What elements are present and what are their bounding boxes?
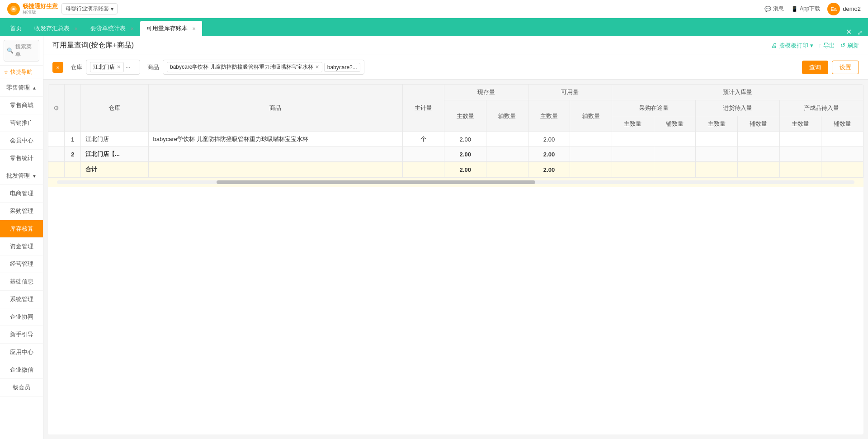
tab-receive-summary-label: 收发存汇总表 xyxy=(34,24,70,33)
tab-home[interactable]: 首页 xyxy=(4,21,28,36)
sidebar-label-member-center: 会员中心 xyxy=(10,137,33,145)
group-cell-current-aux xyxy=(486,147,528,162)
version-badge: 标准版 xyxy=(23,9,58,15)
refresh-label: 刷新 xyxy=(847,42,859,50)
sidebar-item-app-center[interactable]: 应用中心 xyxy=(0,344,43,361)
sidebar-item-retail-mgmt[interactable]: 零售管理 ▲ xyxy=(0,79,43,97)
content-area: 可用量查询(按仓库+商品) 🖨 按模板打印 ▾ ↑ 导出 ↺ 刷新 xyxy=(43,36,868,439)
sidebar-item-marketing[interactable]: 营销推广 xyxy=(0,114,43,132)
sidebar-item-cooperation[interactable]: 企业协同 xyxy=(0,308,43,326)
sidebar-item-ecommerce[interactable]: 电商管理 xyxy=(0,185,43,203)
table-group-row: 2 江北门店【... 2.00 2.00 xyxy=(48,147,863,162)
settings-button[interactable]: 设置 xyxy=(832,61,859,74)
sidebar-item-finance[interactable]: 资金管理 xyxy=(0,238,43,255)
table-row: 1 江北门店 babycare学饮杯 儿童防摔防撞吸管杯重力球吸嘴杯宝宝水杯 个… xyxy=(48,132,863,147)
sidebar-label-wholesale-mgmt: 批发管理 xyxy=(6,172,30,180)
tab-available-stock-close[interactable]: ✕ xyxy=(192,26,196,31)
th-available-qty: 可用量 xyxy=(528,85,612,100)
product-tag1-remove[interactable]: ✕ xyxy=(315,64,319,70)
sidebar-item-wholesale-mgmt[interactable]: 批发管理 ▼ xyxy=(0,167,43,185)
cell-finished-main xyxy=(779,132,821,147)
th-no xyxy=(65,85,81,132)
scrollbar-thumb[interactable] xyxy=(217,180,536,184)
quick-nav-button[interactable]: ☆ 快捷导航 xyxy=(0,66,43,79)
table-area: ⚙ 仓库 商品 主计量 现存量 可用量 预计入库量 主数量 辅数量 主数量 xyxy=(48,84,863,434)
search-menu-button[interactable]: 🔍 搜索菜单 xyxy=(4,40,39,61)
product-tag1: babycare学饮杯 儿童防摔防撞吸管杯重力球吸嘴杯宝宝水杯 ✕ xyxy=(167,62,322,72)
message-action[interactable]: 💬 消息 xyxy=(764,5,784,13)
tab-home-label: 首页 xyxy=(10,24,22,33)
query-button[interactable]: 查询 xyxy=(802,61,828,74)
cell-settings xyxy=(48,132,65,147)
user-area[interactable]: Ea demo2 xyxy=(827,3,861,15)
phone-icon: 📱 xyxy=(791,6,798,12)
print-label: 按模板打印 xyxy=(779,42,808,50)
sidebar-item-purchase-mgmt[interactable]: 采购管理 xyxy=(0,203,43,220)
chevron-icon: ▲ xyxy=(32,85,37,90)
refresh-icon: ↺ xyxy=(840,42,845,49)
cell-product: babycare学饮杯 儿童防摔防撞吸管杯重力球吸嘴杯宝宝水杯 xyxy=(148,132,402,147)
cell-finished-aux xyxy=(821,132,863,147)
tab-available-stock[interactable]: 可用量库存账本 ✕ xyxy=(140,21,202,36)
logo-icon xyxy=(7,3,20,15)
sidebar-item-system[interactable]: 系统管理 xyxy=(0,291,43,308)
tab-order-stats[interactable]: 要货单统计表 ✕ xyxy=(84,21,140,36)
export-button[interactable]: ↑ 导出 xyxy=(819,42,835,50)
sidebar-item-basic-info[interactable]: 基础信息 xyxy=(0,273,43,291)
filter-expand-button[interactable]: » xyxy=(52,62,63,73)
avatar: Ea xyxy=(827,3,840,15)
warehouse-filter-input[interactable]: 江北门店 ✕ ··· xyxy=(86,60,140,75)
top-bar-right: 💬 消息 📱 App下载 Ea demo2 xyxy=(764,3,861,15)
app-download-label: App下载 xyxy=(800,5,820,13)
sidebar-item-wechat[interactable]: 企业微信 xyxy=(0,361,43,379)
sidebar-search-area: 🔍 搜索菜单 xyxy=(0,36,43,66)
tab-receive-summary[interactable]: 收发存汇总表 ✕ xyxy=(28,21,84,36)
export-label: 导出 xyxy=(823,42,835,50)
sidebar-item-inventory[interactable]: 库存核算 xyxy=(0,220,43,238)
sidebar-item-retail-stats[interactable]: 零售统计 xyxy=(0,150,43,167)
horizontal-scrollbar[interactable] xyxy=(57,180,854,184)
filter-actions: 查询 设置 xyxy=(802,61,859,74)
print-button[interactable]: 🖨 按模板打印 ▾ xyxy=(771,42,813,50)
logo-line1: 畅捷通好生意 xyxy=(23,3,58,10)
sidebar-item-member-center[interactable]: 会员中心 xyxy=(0,132,43,150)
cell-avail-aux xyxy=(570,132,612,147)
group-cell-current-main: 2.00 xyxy=(444,147,486,162)
summary-product xyxy=(148,162,402,177)
message-icon: 💬 xyxy=(764,6,771,12)
sidebar-item-member[interactable]: 畅会员 xyxy=(0,379,43,397)
summary-current-main: 2.00 xyxy=(444,162,486,177)
warehouse-filter-label: 仓库 xyxy=(71,63,82,71)
settings-icon[interactable]: ⚙ xyxy=(53,104,59,112)
refresh-button[interactable]: ↺ 刷新 xyxy=(840,42,859,50)
warehouse-tag-remove[interactable]: ✕ xyxy=(117,64,121,70)
tab-expand[interactable]: ⤢ xyxy=(855,29,864,36)
tab-available-stock-label: 可用量库存账本 xyxy=(146,24,188,33)
cell-no: 1 xyxy=(65,132,81,147)
sidebar-label-wechat: 企业微信 xyxy=(10,366,33,374)
chevron-down-icon: ▾ xyxy=(111,6,113,12)
sidebar-item-operations[interactable]: 经营管理 xyxy=(0,255,43,273)
summary-pur-aux xyxy=(654,162,696,177)
summary-unit xyxy=(402,162,444,177)
tab-receive-summary-close[interactable]: ✕ xyxy=(74,26,78,31)
warehouse-dots[interactable]: ··· xyxy=(126,64,130,71)
app-download-action[interactable]: 📱 App下载 xyxy=(791,5,820,13)
summary-row: 合计 2.00 2.00 xyxy=(48,162,863,177)
tab-close-all[interactable]: ✕ xyxy=(842,28,855,36)
tab-order-stats-close[interactable]: ✕ xyxy=(130,26,134,31)
summary-no xyxy=(65,162,81,177)
tenant-selector[interactable]: 母婴行业演示账套 ▾ xyxy=(61,3,118,14)
product-filter-input[interactable]: babycare学饮杯 儿童防摔防撞吸管杯重力球吸嘴杯宝宝水杯 ✕ babyca… xyxy=(163,60,364,75)
product-tag2-text: babycare?... xyxy=(327,64,357,71)
th-finished-waiting: 产成品待入量 xyxy=(779,100,863,116)
th-settings[interactable]: ⚙ xyxy=(48,85,65,132)
sidebar-item-retail-mall[interactable]: 零售商城 xyxy=(0,97,43,114)
group-cell-warehouse: 江北门店【... xyxy=(81,147,149,162)
page-title: 可用量查询(按仓库+商品) xyxy=(52,41,134,50)
summary-inbound-aux xyxy=(737,162,779,177)
summary-avail-aux xyxy=(570,162,612,177)
table-scroll-bar-area xyxy=(48,177,863,187)
sidebar-item-new-guide[interactable]: 新手引导 xyxy=(0,326,43,344)
filter-bar: » 仓库 江北门店 ✕ ··· 商品 babycare学饮杯 儿童防摔防撞吸管杯… xyxy=(43,55,868,80)
